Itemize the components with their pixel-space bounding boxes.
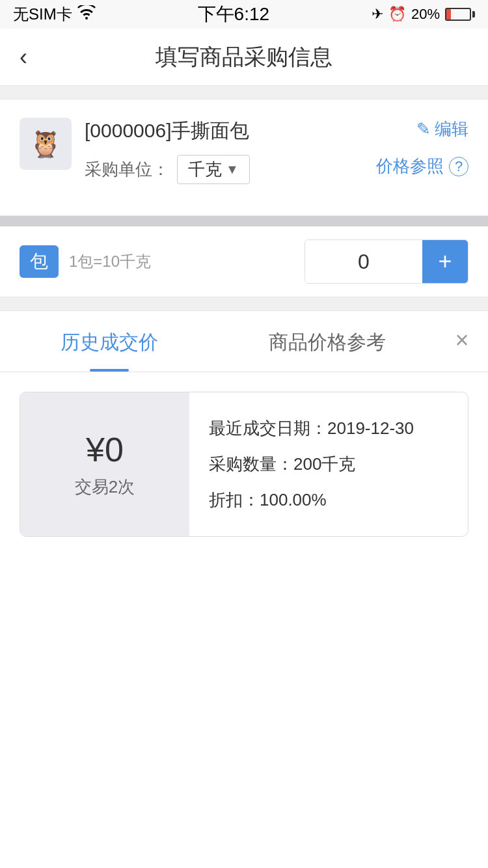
quantity-unit-badge: 包: [20, 245, 59, 278]
history-card-right: 最近成交日期：2019-12-30 采购数量：200千克 折扣：100.00%: [189, 392, 468, 536]
history-trade-count: 交易2次: [75, 476, 135, 498]
quantity-input-group: +: [305, 239, 468, 284]
quantity-left: 包 1包=10千克: [20, 245, 151, 278]
section-divider: [0, 216, 488, 226]
history-card-left: ¥0 交易2次: [20, 392, 189, 536]
tabs-header: 历史成交价 商品价格参考 ×: [0, 311, 488, 372]
product-header: 🦉 [0000006]手撕面包 采购单位： 千克 ▼ ✎ 编辑: [20, 118, 468, 184]
status-bar: 无SIM卡 下午6:12 ✈ ⏰ 20%: [0, 0, 488, 29]
help-icon: ?: [449, 157, 468, 176]
quantity-row: 包 1包=10千克 +: [0, 226, 488, 297]
product-name: [0000006]手撕面包: [85, 118, 250, 144]
status-time: 下午6:12: [198, 2, 270, 27]
edit-button[interactable]: ✎ 编辑: [416, 118, 468, 141]
product-unit-row: 采购单位： 千克 ▼: [85, 155, 250, 184]
status-left: 无SIM卡: [13, 4, 96, 25]
alarm-icon: ⏰: [388, 6, 406, 23]
product-left: 🦉 [0000006]手撕面包 采购单位： 千克 ▼: [20, 118, 250, 184]
edit-icon: ✎: [416, 119, 431, 139]
tabs-panel: 历史成交价 商品价格参考 × ¥0 交易2次 最近成交日期：2019-12-30…: [0, 310, 488, 556]
carrier-text: 无SIM卡: [13, 4, 72, 25]
tab-close-button[interactable]: ×: [436, 327, 488, 357]
tab-history-price[interactable]: 历史成交价: [0, 311, 218, 372]
recent-date-row: 最近成交日期：2019-12-30: [209, 416, 448, 441]
price-ref-button[interactable]: 价格参照 ?: [376, 155, 468, 178]
product-right-col: ✎ 编辑 价格参照 ?: [376, 118, 468, 178]
product-info: [0000006]手撕面包 采购单位： 千克 ▼: [85, 118, 250, 184]
unit-select[interactable]: 千克 ▼: [177, 155, 250, 184]
battery-percent: 20%: [411, 6, 440, 23]
bottom-content-area: [0, 556, 488, 868]
battery-indicator: [445, 8, 475, 21]
page-title: 填写商品采购信息: [156, 42, 332, 72]
product-thumbnail: 🦉: [20, 118, 72, 170]
tab-price-reference[interactable]: 商品价格参考: [218, 311, 436, 372]
status-right: ✈ ⏰ 20%: [372, 6, 475, 23]
chevron-down-icon: ▼: [226, 162, 239, 177]
tab-content-history: ¥0 交易2次 最近成交日期：2019-12-30 采购数量：200千克 折扣：…: [0, 372, 488, 556]
wifi-icon: [77, 5, 96, 23]
unit-label: 采购单位：: [85, 158, 169, 181]
quantity-conversion: 1包=10千克: [69, 251, 151, 272]
location-icon: ✈: [372, 6, 383, 23]
history-price: ¥0: [86, 430, 124, 469]
unit-value: 千克: [188, 158, 222, 181]
quantity-input[interactable]: [305, 240, 422, 283]
product-card: 🦉 [0000006]手撕面包 采购单位： 千克 ▼ ✎ 编辑: [0, 99, 488, 216]
back-button[interactable]: ‹: [20, 37, 34, 77]
product-image-icon: 🦉: [29, 129, 62, 159]
nav-bar: ‹ 填写商品采购信息: [0, 29, 488, 86]
tab-active-indicator: [90, 369, 129, 372]
quantity-plus-button[interactable]: +: [422, 240, 468, 283]
discount-row: 折扣：100.00%: [209, 487, 448, 513]
purchase-qty-row: 采购数量：200千克: [209, 452, 448, 477]
history-card: ¥0 交易2次 最近成交日期：2019-12-30 采购数量：200千克 折扣：…: [20, 392, 468, 537]
